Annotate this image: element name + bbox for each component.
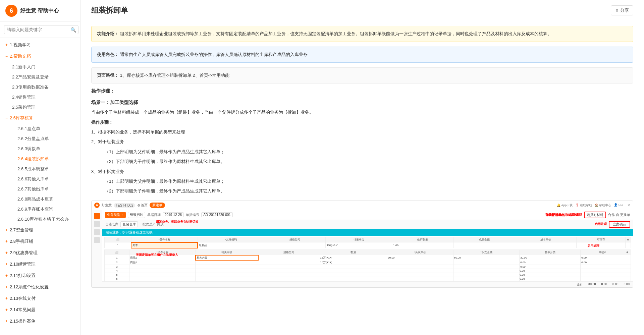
ss-topbar-right: 🔔 App下载 ❓ 在线帮助 🏠 帮助中心 👤 CC (557, 203, 623, 208)
sidebar-item-2-14[interactable]: + 2.14常见问题 (0, 304, 80, 316)
sidebar-item-2-9[interactable]: + 2.9优惠券管理 (0, 247, 80, 259)
ss-total-val2: 0.00 (601, 282, 607, 287)
sidebar-item-2-6[interactable]: − 2.6库存核算 (0, 112, 80, 124)
content-area: 功能介绍： 组装拆卸单用来处理企业组装或拆卸等加工业务，支持有固定装配清单的产品… (80, 19, 644, 335)
search-input[interactable] (4, 25, 78, 34)
nav-section: + 1.视频学习 − 2.帮助文档 2.1新手入门 2.2产品安装及登录 2.3… (0, 38, 80, 328)
ss-topbar-tab1: ⚙ 首页 (137, 203, 148, 208)
ss-icon-user: 👤 CC (614, 203, 623, 208)
step1: 1、根据不同的业务，选择不同单据的类型来处理 (91, 128, 633, 136)
ss-icon-home: 🏠 帮助中心 (595, 203, 611, 208)
ss-content-wrap: 业务类型： 组装拆卸 单据日期 2019-12-26 单据编号 AD-20191… (92, 210, 633, 287)
ss-annotation3: 启用处理 (595, 222, 607, 226)
sidebar-item-2-8[interactable]: + 2.8手机旺铺 (0, 236, 80, 247)
sidebar-item-2-6-6[interactable]: 2.6.6其他入库单 (0, 174, 80, 184)
ss-annotation3-wrap: 启用处理 (595, 222, 607, 226)
ss-icon-help: ❓ 在线帮助 (575, 203, 592, 208)
scene1-desc: 当由多个子件材料组装成一个成品的业务为【组装】业务，当由一个父件拆分成多个子产品… (91, 108, 633, 116)
step3-1: （1）上部明细为父件明细，最终作为原材料生成其它出库单； (105, 177, 633, 185)
plus-icon-1: + (5, 43, 8, 47)
plus-icon-2-13: + (5, 296, 8, 301)
sidebar-item-2-6-8[interactable]: 2.6.8商品成本重算 (0, 194, 80, 204)
ops-block: 操作步骤： 场景一：加工类型选择 当由多个子件材料组装成一个成品的业务为【组装】… (91, 88, 633, 195)
steps-sublabel: 操作步骤： (91, 118, 633, 126)
sidebar-item-2-6-1[interactable]: 2.6.1盘点单 (0, 124, 80, 134)
sidebar-item-2-6-2[interactable]: 2.6.2分量盘点单 (0, 134, 80, 144)
ss-total-label: 合计 (577, 282, 583, 287)
plus-icon-2-9: + (5, 250, 8, 255)
ss-topbar: 6 好生意 TEST-H002 ⚙ 首页 新建单 🔔 App下载 ❓ 在线帮助 … (92, 201, 633, 210)
ss-top-td-name: 关木 (131, 242, 198, 248)
ss-close-icon[interactable]: × (628, 203, 630, 208)
sidebar-item-2-3[interactable]: 2.3使用前数据准备 (0, 82, 80, 92)
ss-bottom-row-6: 6 0.00 (105, 277, 631, 281)
ss-bottom-row-4: 4 0.00 (105, 269, 631, 273)
ss-bottom-row-5: 5 0.00 (105, 273, 631, 277)
step2-2: （2）下部明细为子件明细，最终作为原材料生成其它出库单。 (105, 158, 633, 165)
ss-bottom-table: ⬜ *子件名称 相关内容 规格型号 *数量 *头次单价 *头次金额 整单分类 期 (104, 249, 631, 281)
ss-sidebar-icon4 (94, 237, 100, 243)
plus-icon-2-11: + (5, 273, 8, 278)
sidebar-item-2-6-3[interactable]: 2.6.3调拨单 (0, 144, 80, 154)
ss-btn-confirm[interactable]: 立案确认 (609, 221, 630, 228)
ss-topbar-id: TEST-H002 (114, 203, 135, 208)
logo-title: 好生意 帮助中心 (20, 7, 59, 14)
ss-top-table-body: 1 关木 组装品 15万+1+1 1.00 (105, 242, 631, 248)
role-text: 通常由生产人员或库管人员完成拆装业务的操作，库管人员确认原材料的出库和产成品的入… (120, 52, 308, 57)
screenshot-container: 6 好生意 TEST-H002 ⚙ 首页 新建单 🔔 App下载 ❓ 在线帮助 … (91, 201, 633, 288)
func-intro-text: 组装拆卸单用来处理企业组装或拆卸等加工业务，支持有固定装配清单的产品加工业务，也… (120, 31, 552, 36)
ss-sidebar-icon1 (94, 213, 100, 219)
ss-btn-audit[interactable]: 选择对材料 (584, 212, 606, 218)
ss-th-7: 成本单价 (515, 237, 576, 242)
ss-th-3: 规格型号 (264, 237, 325, 242)
ss-bottom-table-body: 1 商品1 相关内容 15万(+1+) 30.00 60.00 30.00 0 (105, 255, 631, 281)
ss-top-table-row-1: 1 关木 组装品 15万+1+1 1.00 (105, 242, 631, 248)
share-button[interactable]: ⇧ 分享 (611, 5, 633, 15)
ss-bottom-td-highlight: 相关内容 (196, 255, 258, 260)
sidebar-item-2-2[interactable]: 2.2产品安装及登录 (0, 72, 80, 82)
search-box: 🔍 (0, 22, 80, 38)
ops-label: 操作步骤： (91, 88, 633, 94)
sidebar-item-2-4[interactable]: 2.4销售管理 (0, 92, 80, 102)
ss-total-val4: 0.00 (624, 282, 630, 287)
sidebar-header: 6 好生意 帮助中心 (0, 0, 80, 22)
sidebar-item-2-5[interactable]: 2.5采购管理 (0, 102, 80, 112)
plus-icon-2-12: + (5, 285, 8, 289)
ss-billno-label: 单据编号 (186, 213, 199, 217)
ss-bottom-row-3: 3 0.00 (105, 265, 631, 269)
sidebar-item-2-13[interactable]: + 2.13在线支付 (0, 293, 80, 304)
sidebar-item-2-6-10[interactable]: 2.6.10库存账本错了怎么办 (0, 214, 80, 224)
sidebar-item-2-12[interactable]: + 2.12系统个性化设置 (0, 281, 80, 293)
page-title: 组装拆卸单 (91, 5, 128, 15)
ss-warehouse-val: 仓储仓库 (120, 221, 138, 227)
ss-btn-more[interactable]: 合作 自 更换单 (608, 213, 630, 217)
sidebar-item-2-6-4[interactable]: 2.6.4组装拆卸单 (0, 154, 80, 164)
sidebar-item-2[interactable]: − 2.帮助文档 (0, 51, 80, 62)
ss-date-label: 单据日期 (147, 213, 161, 217)
logo-icon: 6 (5, 5, 17, 17)
ss-sidebar-icon3 (94, 229, 100, 235)
sidebar-item-2-11[interactable]: + 2.11打印设置 (0, 270, 80, 281)
ss-billno-value: AD-20191226-001 (201, 212, 233, 217)
sidebar-item-1[interactable]: + 1.视频学习 (0, 39, 80, 51)
sidebar-item-2-7[interactable]: + 2.7资金管理 (0, 224, 80, 236)
sidebar-item-2-15[interactable]: + 2.15操作案例 (0, 316, 80, 327)
sidebar-item-2-10[interactable]: + 2.10经营管理 (0, 259, 80, 270)
sidebar-item-2-1[interactable]: 2.1新手入门 (0, 62, 80, 72)
path-label: 页面路径： (97, 73, 119, 78)
ss-date-value: 2019-12-26 (163, 212, 184, 217)
sidebar-label-1: 1.视频学习 (10, 42, 31, 48)
ss-top-table: ⬜ *父件名称 *父件编码 规格型号 计量单位 生产数量 成品金额 成本单价 可 (104, 237, 631, 248)
plus-icon-2-7: + (5, 228, 8, 232)
plus-icon-2-14: + (5, 308, 8, 312)
sidebar-item-2-6-9[interactable]: 2.6.9库存账本查询 (0, 204, 80, 214)
plus-icon-2-10: + (5, 262, 8, 267)
sidebar-item-2-6-7[interactable]: 2.6.7其他出库单 (0, 184, 80, 194)
ss-sub-header: 仓储仓库 仓储仓库 批次总产 共次 启用处理 立案确认 (102, 220, 633, 229)
ss-btn-new-type[interactable]: 业务类型： (105, 212, 126, 218)
ss-th-4: 计量单位 (326, 237, 392, 242)
sidebar-item-2-6-5[interactable]: 2.6.5成本调整单 (0, 164, 80, 174)
ss-appname: 好生意 (102, 203, 112, 208)
ss-mini-sidebar (92, 210, 102, 287)
minus-icon-2: − (5, 54, 8, 59)
